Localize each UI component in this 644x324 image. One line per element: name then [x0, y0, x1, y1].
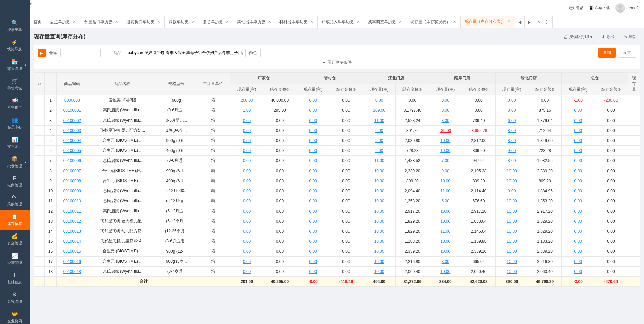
row-yubei-qty[interactable]: 8.00	[495, 136, 528, 146]
row-yubei-qty[interactable]: 10.00	[495, 196, 528, 206]
row-jiangbei-qty[interactable]: 0.00	[363, 95, 395, 105]
row-factory-qty[interactable]: 0.00	[230, 236, 263, 246]
filter-toggle-btn[interactable]: ►	[38, 49, 46, 57]
row-lucun-qty[interactable]: 0.00	[297, 166, 329, 176]
tab-close[interactable]: ✕	[357, 20, 360, 24]
row-total-qty[interactable]: 0.00	[562, 196, 594, 206]
tab-expand-btn[interactable]: ⛶	[543, 16, 553, 28]
tab-close[interactable]: ✕	[192, 20, 195, 24]
row-jiangbei-qty[interactable]: 9.00	[363, 136, 395, 146]
row-jiangbei-qty[interactable]: 10.00	[363, 176, 395, 186]
row-nanan-qty[interactable]: 0.00	[429, 105, 462, 115]
row-code[interactable]: 00100008	[57, 176, 88, 186]
row-yubei-qty[interactable]: 9.00	[495, 186, 528, 196]
row-jiangbei-qty[interactable]: 10.00	[363, 257, 395, 267]
row-total-qty[interactable]: 0.00	[562, 136, 594, 146]
row-yubei-qty[interactable]: 10.00	[495, 236, 528, 246]
warehouse-input[interactable]	[60, 49, 101, 57]
row-factory-qty[interactable]: 0.00	[230, 216, 263, 226]
row-nanan-qty[interactable]: 3.00	[429, 115, 462, 126]
tab-product-inbound[interactable]: 产成品入库单历史 ✕	[318, 16, 364, 28]
row-total-qty[interactable]: 0.00	[562, 226, 594, 236]
row-code[interactable]: 00100004	[57, 136, 88, 146]
row-yubei-qty[interactable]: 6.00	[495, 115, 528, 126]
row-jiangbei-qty[interactable]: 10.00	[363, 216, 395, 226]
row-factory-qty[interactable]: 0.00	[230, 267, 263, 277]
row-yubei-qty[interactable]: 10.00	[495, 206, 528, 216]
row-lucun-qty[interactable]: 0.00	[297, 146, 329, 156]
refresh-btn[interactable]: ↻ 刷新	[621, 32, 640, 41]
sidebar-item-search[interactable]: 🔍 搜索英单	[0, 16, 30, 36]
row-total-qty[interactable]: 0.00	[562, 216, 594, 226]
sidebar-item-inventory[interactable]: 📋 库存核算	[0, 210, 30, 230]
row-yubei-qty[interactable]: 8.00	[495, 156, 528, 166]
row-code[interactable]: 00100001	[57, 105, 88, 115]
row-lucun-qty[interactable]: 0.00	[297, 115, 329, 126]
row-nanan-qty[interactable]: 10.00	[429, 216, 462, 226]
row-factory-qty[interactable]: 0.00	[230, 206, 263, 216]
row-yubei-qty[interactable]: 10.00	[495, 216, 528, 226]
row-factory-qty[interactable]: 1.00	[230, 105, 263, 115]
row-total-qty[interactable]: 0.00	[562, 166, 594, 176]
tab-close[interactable]: ✕	[268, 20, 271, 24]
settings-btn[interactable]: 设置	[618, 48, 636, 58]
row-yubei-qty[interactable]: 0.00	[495, 95, 528, 105]
row-lucun-qty[interactable]: 0.00	[297, 257, 329, 267]
row-nanan-qty[interactable]: 11.00	[429, 186, 462, 196]
row-lucun-qty[interactable]: 0.00	[297, 236, 329, 246]
row-nanan-qty[interactable]: 10.00	[429, 236, 462, 246]
user-profile[interactable]: demo2	[615, 3, 639, 13]
row-total-qty[interactable]: 0.00	[562, 105, 594, 115]
sidebar-item-nav[interactable]: ⚡ 快捷导航	[0, 36, 30, 55]
row-jiangbei-qty[interactable]: 109.00	[363, 105, 395, 115]
tab-close[interactable]: ✕	[310, 20, 313, 24]
row-jiangbei-qty[interactable]: 9.00	[363, 126, 395, 136]
product-input[interactable]	[125, 49, 246, 57]
row-lucun-qty[interactable]: 0.00	[297, 226, 329, 236]
tab-prev-btn[interactable]: ◀	[515, 16, 525, 28]
row-jiangbei-qty[interactable]: 11.00	[363, 115, 395, 126]
row-nanan-qty[interactable]: 10.00	[429, 146, 462, 156]
row-jiangbei-qty[interactable]: 10.00	[363, 166, 395, 176]
row-total-qty[interactable]: 0.00	[562, 126, 594, 136]
row-factory-qty[interactable]: 0.00	[230, 246, 263, 257]
row-yubei-qty[interactable]: 9.00	[495, 146, 528, 156]
row-total-qty[interactable]: 0.00	[562, 236, 594, 246]
row-factory-qty[interactable]: 0.00	[230, 176, 263, 186]
row-code[interactable]: 0000003	[57, 95, 88, 105]
row-nanan-qty[interactable]: 10.00	[429, 206, 462, 216]
row-yubei-qty[interactable]: 10.00	[495, 176, 528, 186]
row-yubei-qty[interactable]: 10.00	[495, 267, 528, 277]
row-factory-qty[interactable]: 0.00	[230, 226, 263, 236]
row-lucun-qty[interactable]: 0.00	[297, 206, 329, 216]
row-total-qty[interactable]: 0.00	[562, 257, 594, 267]
row-lucun-qty[interactable]: 0.00	[297, 216, 329, 226]
row-code[interactable]: 00100003	[57, 126, 88, 136]
print-btn[interactable]: 🖨 按模版打印 ▾	[560, 32, 596, 41]
expand-row[interactable]: ▼ 展开更多条件	[38, 60, 636, 65]
row-lucun-qty[interactable]: 0.00	[297, 95, 329, 105]
row-yubei-qty[interactable]: 10.00	[495, 166, 528, 176]
row-factory-qty[interactable]: 0.00	[230, 115, 263, 126]
sidebar-item-basics[interactable]: ℹ 基础信息	[0, 269, 30, 288]
tab-next-btn[interactable]: ▶	[525, 16, 534, 28]
row-nanan-qty[interactable]: 11.00	[429, 226, 462, 236]
app-download-btn[interactable]: 📱 App下载	[589, 5, 610, 11]
row-code[interactable]: 00100013	[57, 226, 88, 236]
row-nanan-qty[interactable]: 0.00	[429, 95, 462, 105]
row-total-qty[interactable]: 0.00	[562, 115, 594, 126]
tab-requisition[interactable]: 要货单历史 ✕	[199, 16, 233, 28]
row-total-qty[interactable]: 0.00	[562, 206, 594, 216]
tab-stock-status[interactable]: 现存量（库存状况表）✕	[406, 16, 461, 28]
row-code[interactable]: 00100015	[57, 246, 88, 257]
row-nanan-qty[interactable]: 5.00	[429, 196, 462, 206]
row-factory-qty[interactable]: 0.00	[230, 146, 263, 156]
tab-close[interactable]: ✕	[157, 20, 160, 24]
tab-close-all-btn[interactable]: ✕	[534, 16, 543, 28]
row-total-qty[interactable]: 0.00	[562, 186, 594, 196]
tab-partial-check[interactable]: 分量盘点单历史 ✕	[80, 16, 122, 28]
row-total-qty[interactable]: 0.00	[562, 146, 594, 156]
row-code[interactable]: 00100009	[57, 186, 88, 196]
sidebar-item-retail-stats[interactable]: 📊 零售统计	[0, 133, 30, 152]
row-code[interactable]: 00100006	[57, 156, 88, 166]
